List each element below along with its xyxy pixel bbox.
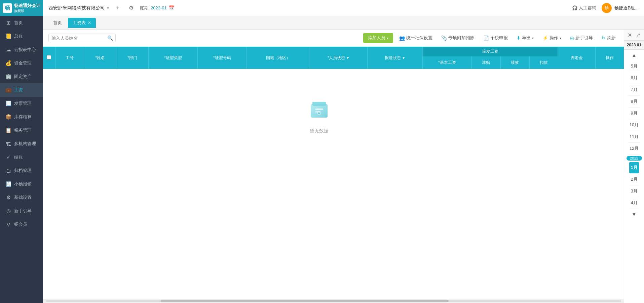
special-deduction-button[interactable]: 📎 专项附加扣除	[439, 33, 477, 43]
export-button[interactable]: ⬇ 导出 ▾	[514, 33, 536, 43]
guide-icon: ◎	[5, 208, 11, 214]
guide-icon: ◎	[570, 35, 574, 41]
sidebar-label-guide: 新手引导	[14, 208, 32, 214]
th-actions: 操作	[595, 47, 624, 69]
refresh-label: 刷新	[607, 35, 616, 41]
sidebar-item-cloud[interactable]: ☁云报表中心	[0, 43, 43, 56]
calendar-month-10月[interactable]: 10月	[628, 119, 640, 131]
service-button[interactable]: 🎧 人工咨询	[572, 5, 596, 11]
calendar-month-11月[interactable]: 11月	[628, 131, 640, 143]
personal-tax-button[interactable]: 📄 个税申报	[481, 33, 510, 43]
calendar-month-4月[interactable]: 4月	[629, 197, 639, 209]
sidebar-label-ledger: 总账	[14, 33, 23, 39]
sidebar-item-checkout[interactable]: ✓结账	[0, 150, 43, 164]
toolbar: 🔍 添加人员 ▾ 👥 统一社保设置 📎 专项附加扣除	[43, 30, 624, 47]
svg-rect-1	[312, 102, 326, 106]
scrollbar-thumb[interactable]	[161, 300, 449, 302]
expense-icon: 🧾	[5, 181, 11, 187]
operations-button[interactable]: ⚡ 操作 ▾	[540, 33, 564, 43]
refresh-button[interactable]: ↻ 刷新	[599, 33, 618, 43]
sidebar-label-invoice: 发票管理	[14, 100, 32, 106]
operations-arrow-icon: ▾	[560, 36, 561, 40]
sidebar-item-home[interactable]: ⊞首页	[0, 16, 43, 30]
tab-salary-table[interactable]: 工资表 ✕	[68, 18, 96, 28]
calendar-month-9月[interactable]: 9月	[628, 107, 640, 119]
panel-controls: ✕ ⤢	[624, 30, 644, 41]
horizontal-scrollbar[interactable]	[43, 299, 624, 303]
calendar-month-6月[interactable]: 6月	[628, 72, 640, 84]
th-person-status: *人员状态 ▼	[309, 47, 368, 69]
settings-icon[interactable]: ⚙	[126, 3, 136, 13]
salary-table: 工号 *姓名 *部门 *证型类型 *证型号码 国籍（地区） *人员状态 ▼	[43, 47, 624, 161]
th-name: *姓名	[84, 47, 116, 69]
sidebar-item-inventory[interactable]: 📦库存核算	[0, 110, 43, 124]
operations-icon: ⚡	[542, 35, 548, 41]
guide-button[interactable]: ◎ 新手引导	[567, 33, 596, 43]
topbar: 西安虾米网络科技有限公司 ▾ ＋ ⚙ 账期 2023-01 📅 🎧 人工咨询 畅…	[43, 0, 644, 16]
sidebar-item-tax[interactable]: 📋税务管理	[0, 124, 43, 137]
th-cert-type: *证型类型	[148, 47, 197, 69]
add-person-arrow-icon: ▾	[387, 36, 388, 40]
ledger-icon: 📒	[5, 33, 11, 39]
sidebar-item-funds[interactable]: 💰资金管理	[0, 56, 43, 70]
th-nationality: 国籍（地区）	[247, 47, 309, 69]
assets-icon: 🏢	[5, 74, 11, 80]
sidebar-label-multi: 多机构管理	[14, 141, 36, 147]
calendar-month-8月[interactable]: 8月	[628, 96, 640, 107]
sidebar-item-archive[interactable]: 🗂归档管理	[0, 164, 43, 177]
calendar-month-12月[interactable]: 12月	[628, 143, 640, 155]
page-body: 🔍 添加人员 ▾ 👥 统一社保设置 📎 专项附加扣除	[43, 30, 624, 303]
panel-maximize-button[interactable]: ⤢	[635, 31, 642, 39]
logo-icon: 畅	[3, 3, 12, 13]
sidebar-item-salary[interactable]: 💼工资	[0, 83, 43, 97]
th-allowance: 津贴	[471, 56, 500, 69]
sidebar-item-assets[interactable]: 🏢固定资产	[0, 70, 43, 83]
company-dropdown-arrow[interactable]: ▾	[107, 6, 109, 10]
topbar-right: 🎧 人工咨询 畅 畅捷通B组...	[572, 3, 639, 13]
tab-home[interactable]: 首页	[48, 18, 67, 28]
person-status-filter[interactable]: *人员状态 ▼	[328, 55, 350, 61]
sidebar-item-invoice[interactable]: 📃发票管理	[0, 97, 43, 110]
social-security-button[interactable]: 👥 统一社保设置	[396, 33, 435, 43]
search-input[interactable]	[51, 36, 105, 41]
sidebar-item-ledger[interactable]: 📒总账	[0, 30, 43, 43]
sidebar-item-multi[interactable]: 🏗多机构管理	[0, 137, 43, 150]
export-arrow-icon: ▾	[532, 36, 534, 40]
search-wrap[interactable]: 🔍	[48, 34, 116, 42]
calendar-icon[interactable]: 📅	[169, 5, 174, 10]
th-report-status: 报送状态 ▼	[368, 47, 422, 69]
th-id: 工号	[55, 47, 84, 69]
guide-label: 新手引导	[575, 35, 593, 41]
select-all-checkbox[interactable]	[47, 55, 51, 59]
empty-state: 暂无数据	[43, 69, 595, 161]
cloud-icon: ☁	[5, 47, 11, 53]
calendar-up-arrow[interactable]: ▲	[630, 51, 638, 59]
sidebar-item-expense[interactable]: 🧾小畅报销	[0, 177, 43, 191]
calendar-panel: ✕ ⤢ 2023.01 ▲ 5月6月7月8月9月10月11月12月 2023 1…	[624, 30, 644, 303]
sidebar-label-assets: 固定资产	[14, 74, 32, 80]
sidebar-label-home: 首页	[14, 20, 23, 26]
add-person-button[interactable]: 添加人员 ▾	[363, 33, 393, 43]
calendar-month-1月[interactable]: 1月	[629, 162, 639, 174]
calendar-down-arrow[interactable]: ▼	[630, 210, 638, 218]
report-status-filter[interactable]: 报送状态 ▼	[385, 55, 405, 61]
th-dept: *部门	[116, 47, 149, 69]
calendar-month-7月[interactable]: 7月	[628, 84, 640, 96]
sidebar-item-settings[interactable]: ⚙基础设置	[0, 191, 43, 204]
sidebar-label-checkout: 结账	[14, 154, 23, 160]
calendar-month-2月[interactable]: 2月	[629, 174, 639, 185]
tab-close-icon[interactable]: ✕	[88, 20, 91, 25]
sidebar-item-guide[interactable]: ◎新手引导	[0, 204, 43, 218]
panel-close-button[interactable]: ✕	[626, 31, 634, 39]
company-selector[interactable]: 西安虾米网络科技有限公司 ▾	[48, 5, 109, 11]
sidebar-label-cloud: 云报表中心	[14, 47, 36, 53]
calendar-year-badge: 2023	[627, 156, 642, 161]
archive-icon: 🗂	[5, 168, 11, 174]
th-checkbox	[43, 47, 55, 69]
calendar-month-3月[interactable]: 3月	[629, 185, 639, 197]
refresh-icon: ↻	[602, 35, 606, 41]
add-company-button[interactable]: ＋	[113, 3, 122, 13]
sidebar-label-expense: 小畅报销	[14, 181, 32, 187]
sidebar-item-member[interactable]: V畅会员	[0, 218, 43, 231]
calendar-month-5月[interactable]: 5月	[628, 60, 640, 72]
